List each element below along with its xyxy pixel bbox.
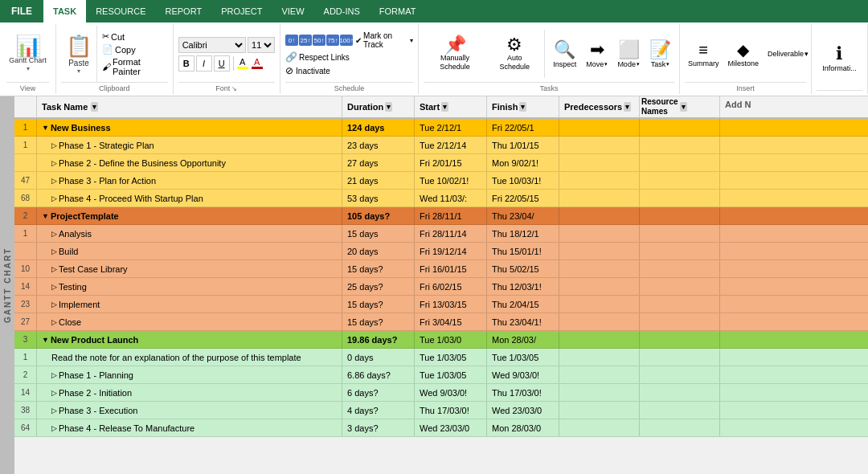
row-extra	[720, 278, 760, 295]
row-finish: Thu 1/01/15	[487, 137, 559, 153]
row-pred	[559, 243, 640, 259]
row-task-name: ▼ProjectTemplate	[37, 207, 342, 224]
sched-icon-75[interactable]: 75↑	[326, 35, 339, 46]
move-button[interactable]: ➡ Move▾	[583, 37, 611, 71]
duration-filter-icon[interactable]: ▾	[385, 102, 392, 112]
row-finish: Thu 23/04/1!	[487, 313, 559, 330]
paste-button[interactable]: 📋 Paste ▾	[61, 26, 97, 82]
row-finish: Wed 9/03/0!	[487, 366, 559, 383]
mode-button[interactable]: ⬜ Mode▾	[614, 37, 643, 71]
table-row[interactable]: 2 ▼ProjectTemplate 105 days? Fri 28/11/1…	[14, 207, 868, 225]
table-row[interactable]: ▷Build 20 days Fri 19/12/14 Thu 15/01/1!	[14, 243, 868, 260]
row-pred	[559, 190, 640, 206]
table-row[interactable]: 3 ▼New Product Launch 19.86 days? Tue 1/…	[14, 331, 868, 349]
sched-icon-25[interactable]: 25↑	[299, 35, 312, 46]
row-id: 68	[14, 190, 37, 206]
row-finish: Thu 23/04/	[487, 207, 559, 224]
table-row[interactable]: 14 ▷Testing 25 days? Fri 6/02/15 Thu 12/…	[14, 278, 868, 296]
font-family-select[interactable]: Calibri	[178, 37, 246, 53]
table-row[interactable]: 14 ▷Phase 2 - Initiation 6 days? Wed 9/0…	[14, 384, 868, 402]
row-extra	[720, 207, 760, 224]
tab-view[interactable]: VIEW	[272, 0, 313, 22]
row-id: 47	[14, 172, 37, 189]
table-row[interactable]: 10 ▷Test Case Library 15 days? Fri 16/01…	[14, 260, 868, 278]
row-start: Thu 17/03/0!	[415, 402, 487, 419]
italic-button[interactable]: I	[196, 55, 212, 72]
row-pred	[559, 278, 640, 295]
row-finish: Thu 2/04/15	[487, 296, 559, 313]
row-task-name: ▼New Product Launch	[37, 331, 342, 348]
milestone-button[interactable]: ◆ Milestone	[724, 38, 762, 70]
bold-button[interactable]: B	[178, 55, 194, 72]
row-id: 1	[14, 119, 37, 136]
pred-filter-icon[interactable]: ▾	[624, 102, 631, 112]
tab-report[interactable]: REPORT	[155, 0, 211, 22]
row-resource	[640, 296, 720, 313]
deliverable-button[interactable]: Deliverable▾	[764, 47, 812, 60]
start-filter-icon[interactable]: ▾	[441, 102, 448, 112]
highlight-color-button[interactable]: A	[237, 57, 248, 69]
format-painter-button[interactable]: 🖌 Format Painter	[100, 56, 168, 77]
row-id: 2	[14, 207, 37, 224]
task-name-filter-icon[interactable]: ▾	[91, 102, 98, 112]
insert-group-label: Insert	[685, 82, 806, 92]
row-duration: 15 days	[342, 225, 415, 242]
row-start: Tue 2/12/1	[415, 119, 487, 136]
row-task-name: ▷Phase 3 - Execution	[37, 402, 342, 419]
row-extra	[720, 419, 760, 436]
font-size-select[interactable]: 11	[248, 37, 275, 53]
auto-schedule-button[interactable]: ⚙ Auto Schedule	[489, 34, 539, 74]
gantt-chart-button[interactable]: 📊 Gantt Chart ▾	[7, 34, 48, 74]
tab-format[interactable]: FORMAT	[370, 0, 426, 22]
task-button[interactable]: 📝 Task▾	[646, 37, 674, 71]
row-start: Fri 28/11/1	[415, 207, 487, 224]
row-resource	[640, 207, 720, 224]
table-row[interactable]: 27 ▷Close 15 days? Fri 3/04/15 Thu 23/04…	[14, 313, 868, 331]
finish-filter-icon[interactable]: ▾	[519, 102, 526, 112]
row-duration: 20 days	[342, 243, 415, 259]
col-header-start: Start ▾	[415, 96, 487, 117]
table-row[interactable]: 2 ▷Phase 1 - Planning 6.86 days? Tue 1/0…	[14, 366, 868, 384]
tab-project[interactable]: PROJECT	[211, 0, 272, 22]
underline-button[interactable]: U	[214, 55, 230, 72]
row-finish: Thu 12/03/1!	[487, 278, 559, 295]
resource-filter-icon[interactable]: ▾	[680, 102, 687, 112]
row-duration: 25 days?	[342, 278, 415, 295]
table-row[interactable]: 1 ▷Phase 1 - Strategic Plan 23 days Tue …	[14, 137, 868, 154]
table-row[interactable]: 1 ▼New Business 124 days Tue 2/12/1 Fri …	[14, 119, 868, 137]
row-extra	[720, 313, 760, 330]
inspect-button[interactable]: 🔍 Inspect	[550, 37, 579, 71]
table-row[interactable]: 47 ▷Phase 3 - Plan for Action 21 days Tu…	[14, 172, 868, 190]
copy-button[interactable]: 📄 Copy	[100, 43, 168, 55]
table-row[interactable]: 1 Read the note for an explanation of th…	[14, 349, 868, 366]
tab-addins[interactable]: ADD-INS	[314, 0, 370, 22]
sched-icon-0[interactable]: 0↑	[285, 35, 298, 46]
cut-button[interactable]: ✂ Cut	[100, 31, 168, 43]
information-button[interactable]: ℹ Informati...	[819, 41, 860, 75]
font-color-button[interactable]: A	[252, 57, 263, 69]
row-extra	[720, 137, 760, 153]
col-header-id	[14, 96, 37, 117]
table-row[interactable]: 38 ▷Phase 3 - Execution 4 days? Thu 17/0…	[14, 402, 868, 419]
table-row[interactable]: 1 ▷Analysis 15 days Fri 28/11/14 Thu 18/…	[14, 225, 868, 243]
row-id: 1	[14, 349, 37, 366]
tab-resource[interactable]: RESOURCE	[86, 0, 155, 22]
table-row[interactable]: ▷Phase 2 - Define the Business Opportuni…	[14, 154, 868, 172]
row-extra	[720, 225, 760, 242]
table-row[interactable]: 64 ▷Phase 4 - Release To Manufacture 3 d…	[14, 419, 868, 437]
row-resource	[640, 154, 720, 171]
sched-icon-100[interactable]: 100↑	[340, 35, 353, 46]
row-finish: Tue 10/03/1!	[487, 172, 559, 189]
manually-schedule-button[interactable]: 📌 Manually Schedule	[424, 34, 486, 74]
mark-on-track-button[interactable]: ✔ Mark on Track ▾	[355, 31, 413, 49]
file-tab[interactable]: FILE	[0, 0, 43, 22]
tasks-group-label: Tasks	[424, 82, 674, 92]
row-finish: Fri 22/05/15	[487, 190, 559, 206]
summary-button[interactable]: ≡ Summary	[685, 39, 723, 70]
tab-task[interactable]: TASK	[43, 0, 86, 22]
sched-icon-50[interactable]: 50↑	[313, 35, 326, 46]
table-row[interactable]: 68 ▷Phase 4 - Proceed With Startup Plan …	[14, 190, 868, 207]
table-row[interactable]: 23 ▷Implement 15 days? Fri 13/03/15 Thu …	[14, 296, 868, 313]
row-duration: 53 days	[342, 190, 415, 206]
row-task-name: ▷Phase 2 - Initiation	[37, 384, 342, 401]
